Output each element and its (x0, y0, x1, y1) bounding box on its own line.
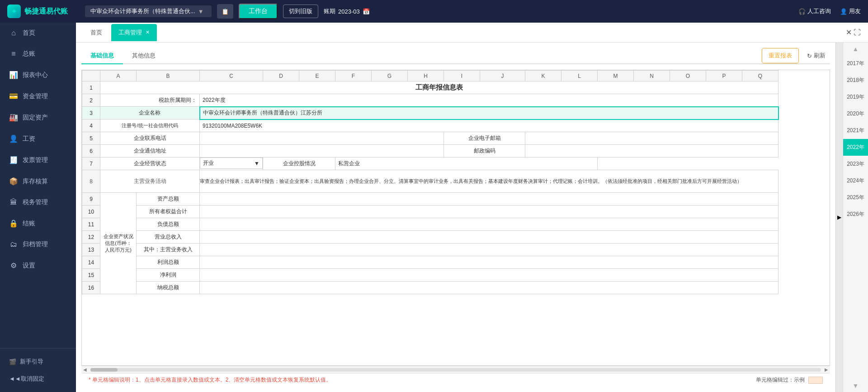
cell-16-val[interactable] (200, 282, 778, 294)
sidebar-item-home[interactable]: ⌂ 首页 (0, 23, 76, 43)
cell-6-right-value[interactable] (525, 145, 778, 158)
cell-12-label[interactable]: 营业总收入 (137, 231, 200, 244)
year-item-2021[interactable]: 2021年 (843, 122, 868, 139)
user-label: 用友 (849, 7, 861, 15)
sub-tab-basic[interactable]: 基础信息 (81, 48, 123, 64)
cell-7-left-label[interactable]: 企业经营状态 (100, 158, 200, 170)
unpin-button[interactable]: ◄◄取消固定 (0, 370, 76, 387)
scroll-thumb[interactable] (90, 368, 118, 372)
cell-5-left-value[interactable] (200, 132, 444, 145)
spreadsheet-wrap[interactable]: A B C D E F G H I J K L (81, 70, 830, 366)
year-item-2020[interactable]: 2020年 (843, 105, 868, 122)
year-item-2025[interactable]: 2025年 (843, 189, 868, 206)
cell-10-val[interactable] (200, 206, 778, 218)
horizontal-scrollbar[interactable]: ◀ ▶ (81, 366, 830, 373)
sidebar-item-close-account[interactable]: 🔒 结账 (0, 213, 76, 234)
cell-4-value[interactable]: 91320100MA208E5W6K (200, 120, 778, 132)
home-icon: ⌂ (9, 29, 18, 37)
cell-11-label[interactable]: 负债总额 (137, 218, 200, 231)
spreadsheet-title-cell[interactable]: 工商年报信息表 (100, 81, 778, 94)
cell-15-label[interactable]: 净利润 (137, 269, 200, 282)
row-num-2: 2 (82, 94, 100, 107)
cell-7-status-value[interactable]: 开业 ▼ (200, 158, 263, 169)
consult-button[interactable]: 🎧 人工咨询 (798, 7, 831, 15)
tab-home[interactable]: 首页 (83, 24, 109, 41)
year-item-2022[interactable]: 2022年 (843, 139, 868, 156)
scroll-track[interactable] (90, 368, 821, 372)
cell-13-val[interactable] (200, 244, 778, 256)
cell-5-right-value[interactable] (525, 132, 778, 145)
cell-5-left-label[interactable]: 企业联系电话 (100, 132, 200, 145)
sidebar-item-label: 结账 (23, 220, 35, 228)
company-selector[interactable]: 中审众环会计师事务所（特殊普通合伙... ▼ (85, 5, 212, 17)
sidebar-item-asset[interactable]: 🏭 固定资产 (0, 107, 76, 128)
sidebar-item-archive[interactable]: 🗂 归档管理 (0, 234, 76, 255)
sidebar-item-salary[interactable]: 👤 工资 (0, 128, 76, 149)
table-row: 16 纳税总额 (82, 282, 778, 294)
app-name: 畅捷通易代账 (24, 7, 68, 16)
cell-13-label[interactable]: 其中：主营业务收入 (137, 244, 200, 256)
cell-6-left-label[interactable]: 企业通信地址 (100, 145, 200, 158)
scroll-right-arrow[interactable]: ▶ (823, 367, 830, 372)
sidebar-item-report[interactable]: 📊 报表中心 (0, 64, 76, 86)
cell-4-label[interactable]: 注册号/统一社会信用代码 (100, 120, 200, 132)
close-panel-button[interactable]: ✕ (846, 28, 852, 37)
year-item-2024[interactable]: 2024年 (843, 172, 868, 189)
calendar-icon[interactable]: 📅 (363, 8, 370, 15)
year-item-2026[interactable]: 2026年 (843, 206, 868, 223)
fund-icon: 💳 (9, 92, 18, 100)
cell-10-label[interactable]: 所有者权益合计 (137, 206, 200, 218)
cell-7-right-value[interactable]: 私营企业 (335, 158, 598, 170)
reset-report-button[interactable]: 重置报表 (762, 48, 799, 63)
cell-16-label[interactable]: 纳税总额 (137, 282, 200, 294)
cell-9-b[interactable]: 资产总额 (137, 193, 200, 206)
sidebar-item-invoice[interactable]: 🧾 发票管理 (0, 149, 76, 171)
expand-panel-button[interactable]: ⛶ (854, 28, 861, 37)
year-item-2019[interactable]: 2019年 (843, 89, 868, 105)
cell-12-val[interactable] (200, 231, 778, 244)
cell-14-label[interactable]: 利润总额 (137, 256, 200, 269)
cell-6-right-label[interactable]: 邮政编码 (444, 145, 525, 158)
old-version-button[interactable]: 切到旧版 (283, 5, 318, 18)
cell-7-right-label[interactable]: 企业控股情况 (263, 158, 335, 170)
year-item-2023[interactable]: 2023年 (843, 156, 868, 172)
sidebar-item-tax[interactable]: 🏛 税务管理 (0, 192, 76, 213)
cell-6-left-value[interactable] (200, 145, 444, 158)
cell-9-a[interactable]: 企业资产状况信息(币种：人民币万元) (100, 193, 137, 294)
user-menu[interactable]: 👤 用友 (840, 7, 861, 15)
cell-8-label[interactable]: 主营业务活动 (100, 170, 200, 193)
guide-button[interactable]: 🎬 新手引导 (0, 353, 76, 370)
cell-14-val[interactable] (200, 256, 778, 269)
cell-2-label[interactable]: 税款所属期间： (100, 94, 200, 107)
sidebar-item-settings[interactable]: ⚙ 设置 (0, 255, 76, 276)
row-num-7: 7 (82, 158, 100, 170)
tab-close-icon[interactable]: ✕ (146, 29, 150, 35)
cell-5-right-label[interactable]: 企业电子邮箱 (444, 132, 525, 145)
year-item-2018[interactable]: 2018年 (843, 72, 868, 89)
cell-9-val[interactable] (200, 193, 778, 206)
cell-11-val[interactable] (200, 218, 778, 231)
col-header-l: L (561, 71, 598, 81)
sidebar-item-fund[interactable]: 💳 资金管理 (0, 86, 76, 107)
year-scroll-down[interactable]: ▼ (843, 379, 868, 392)
cell-15-val[interactable] (200, 269, 778, 282)
scroll-left-arrow[interactable]: ◀ (81, 367, 89, 372)
refresh-button[interactable]: ↻ 刷新 (802, 48, 830, 63)
cell-8-content[interactable]: 审查企业会计报表；出具审计报告；验证企业资本；出具验资报告；办理企业合开、分立、… (200, 170, 778, 193)
cell-2-value[interactable]: 2022年度 (200, 94, 778, 107)
sidebar-item-ledger[interactable]: ≡ 总账 (0, 43, 76, 64)
status-dropdown-icon[interactable]: ▼ (254, 160, 259, 167)
year-panel-collapse[interactable]: ▶ (835, 43, 843, 392)
cell-3-label[interactable]: 企业名称 (100, 107, 200, 120)
year-scroll-up[interactable]: ▲ (843, 43, 868, 55)
file-button[interactable]: 📋 (217, 4, 233, 19)
tab-gongshang[interactable]: 工商管理 ✕ (111, 24, 157, 41)
cell-3-value[interactable]: 中审众环会计师事务所（特殊普通合伙）江苏分所 (200, 107, 778, 120)
sub-tab-other[interactable]: 其他信息 (123, 48, 165, 64)
content-area: 基础信息 其他信息 重置报表 ↻ 刷新 (76, 43, 868, 392)
year-item-2017[interactable]: 2017年 (843, 55, 868, 72)
row-num-6: 6 (82, 145, 100, 158)
workbench-button[interactable]: 工作台 (239, 4, 278, 19)
sidebar-item-inventory[interactable]: 📦 库存核算 (0, 171, 76, 192)
table-row: 3 企业名称 中审众环会计师事务所（特殊普通合伙）江苏分所 (82, 107, 778, 120)
